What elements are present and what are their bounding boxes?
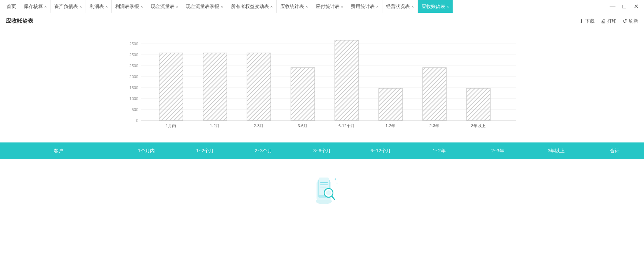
tab-inventory[interactable]: 库存核算× [20, 0, 50, 13]
table-header-col-8: 3年以上 [527, 142, 585, 159]
tab-label-inventory: 库存核算 [24, 3, 43, 10]
tab-label-expense-stats: 费用统计表 [351, 3, 375, 10]
svg-text:0: 0 [136, 118, 138, 123]
svg-text:✦: ✦ [336, 182, 338, 184]
empty-icon: ✦ ✦ [307, 174, 337, 203]
tab-close-equity[interactable]: × [270, 4, 273, 9]
main-content: 0 500 1000 1500 2000 2500 2500 2500 1月内 … [0, 29, 644, 263]
tab-equity[interactable]: 所有者权益变动表× [227, 0, 277, 13]
minimize-button[interactable]: — [607, 1, 618, 12]
empty-state: ✦ ✦ [0, 159, 644, 214]
svg-text:2-3年: 2-3年 [430, 123, 439, 128]
table-header-col-6: 1~2年 [410, 142, 468, 159]
tab-home-label: 首页 [7, 3, 16, 10]
bar-2-3年 [423, 68, 446, 121]
tab-bar: 首页 库存核算×资产负债表×利润表×利润表季报×现金流量表×现金流量表季报×所有… [0, 0, 644, 13]
svg-text:3年以上: 3年以上 [471, 123, 485, 128]
table-header-col-1: 1个月内 [117, 142, 176, 159]
tab-label-ar-stats: 应收统计表 [280, 3, 304, 10]
table-header-col-2: 1~2个月 [176, 142, 234, 159]
tab-ap-stats[interactable]: 应付统计表× [312, 0, 347, 13]
tab-close-ap-stats[interactable]: × [341, 4, 343, 9]
tab-label-balance: 资产负债表 [54, 3, 78, 10]
tab-label-cashflow: 现金流量表 [151, 3, 175, 10]
tab-expense-stats[interactable]: 费用统计表× [347, 0, 382, 13]
tab-cashflow-quarterly[interactable]: 现金流量表季报× [182, 0, 227, 13]
tab-balance[interactable]: 资产负债表× [50, 0, 86, 13]
tab-label-cashflow-quarterly: 现金流量表季报 [186, 3, 219, 10]
tab-close-balance[interactable]: × [79, 4, 82, 9]
table-header-col-5: 6~12个月 [351, 142, 410, 159]
tab-close-cashflow-quarterly[interactable]: × [221, 4, 223, 9]
tab-cashflow[interactable]: 现金流量表× [147, 0, 182, 13]
tab-label-operations: 经营状况表 [386, 3, 410, 10]
bar-3年以上 [467, 88, 490, 121]
tab-ar-stats[interactable]: 应收统计表× [277, 0, 312, 13]
svg-text:6-12个月: 6-12个月 [338, 123, 355, 128]
table-header-col-3: 2~3个月 [234, 142, 293, 159]
bar-1月内 [159, 53, 183, 121]
maximize-button[interactable]: □ [619, 1, 629, 12]
svg-text:3-6月: 3-6月 [298, 123, 308, 128]
tab-close-profit-quarterly[interactable]: × [141, 4, 143, 9]
chart-area: 0 500 1000 1500 2000 2500 2500 2500 1月内 … [0, 29, 644, 142]
header-actions: ⬇ 下载 🖨 打印 ↺ 刷新 [579, 18, 638, 24]
tab-close-operations[interactable]: × [411, 4, 413, 9]
chart-container: 0 500 1000 1500 2000 2500 2500 2500 1月内 … [15, 37, 629, 139]
tab-close-expense-stats[interactable]: × [376, 4, 378, 9]
page-header: 应收账龄表 ⬇ 下载 🖨 打印 ↺ 刷新 [0, 13, 644, 29]
bar-1-2月 [203, 53, 227, 121]
table-header-col-9: 合计 [585, 142, 644, 159]
tab-ar-aging[interactable]: 应收账龄表× [418, 0, 453, 13]
tab-label-profit-quarterly: 利润表季报 [115, 3, 139, 10]
svg-point-34 [326, 190, 331, 195]
table-header-col-7: 2~3年 [468, 142, 527, 159]
print-label: 打印 [607, 18, 617, 24]
tab-label-ar-aging: 应收账龄表 [422, 3, 445, 10]
svg-text:500: 500 [132, 107, 138, 112]
tab-home[interactable]: 首页 [3, 0, 20, 13]
tab-label-ap-stats: 应付统计表 [316, 3, 340, 10]
svg-text:1-2年: 1-2年 [386, 123, 396, 128]
svg-line-35 [332, 196, 334, 199]
refresh-icon: ↺ [622, 18, 627, 24]
svg-text:2500: 2500 [130, 42, 138, 46]
print-button[interactable]: 🖨 打印 [600, 18, 617, 24]
tab-profit[interactable]: 利润表× [86, 0, 112, 13]
tab-close-ar-stats[interactable]: × [306, 4, 308, 9]
print-icon: 🖨 [600, 18, 606, 24]
svg-text:2-3月: 2-3月 [254, 123, 264, 128]
refresh-button[interactable]: ↺ 刷新 [622, 18, 638, 24]
download-button[interactable]: ⬇ 下载 [579, 18, 595, 24]
tab-profit-quarterly[interactable]: 利润表季报× [112, 0, 147, 13]
page-title: 应收账龄表 [6, 18, 33, 24]
tab-close-inventory[interactable]: × [44, 4, 46, 9]
bar-chart: 0 500 1000 1500 2000 2500 2500 2500 1月内 … [121, 37, 523, 139]
bar-3-6月 [291, 68, 315, 121]
tab-close-profit[interactable]: × [105, 4, 108, 9]
svg-text:1-2月: 1-2月 [210, 123, 220, 128]
svg-text:✦: ✦ [334, 177, 337, 181]
download-icon: ⬇ [579, 18, 584, 24]
svg-text:1500: 1500 [130, 85, 138, 90]
bar-6-12月 [335, 40, 359, 121]
window-controls: — □ ✕ [607, 1, 641, 12]
tab-close-ar-aging[interactable]: × [447, 4, 449, 9]
bar-1-2年 [379, 88, 402, 121]
tab-label-profit: 利润表 [90, 3, 104, 10]
tab-label-equity: 所有者权益变动表 [231, 3, 269, 10]
refresh-label: 刷新 [629, 18, 638, 24]
svg-text:2500: 2500 [130, 64, 138, 68]
close-button[interactable]: ✕ [631, 1, 641, 12]
table-header-col-4: 3~6个月 [293, 142, 351, 159]
tab-operations[interactable]: 经营状况表× [382, 0, 418, 13]
table-header-col-0: 客户 [0, 142, 117, 159]
svg-text:1000: 1000 [130, 96, 138, 101]
table-header: 客户1个月内1~2个月2~3个月3~6个月6~12个月1~2年2~3年3年以上合… [0, 142, 644, 159]
svg-text:2500: 2500 [130, 53, 138, 57]
tab-close-cashflow[interactable]: × [176, 4, 178, 9]
download-label: 下载 [585, 18, 595, 24]
svg-text:1月内: 1月内 [166, 123, 176, 128]
svg-text:2000: 2000 [130, 75, 138, 79]
bar-2-3月 [247, 53, 271, 121]
